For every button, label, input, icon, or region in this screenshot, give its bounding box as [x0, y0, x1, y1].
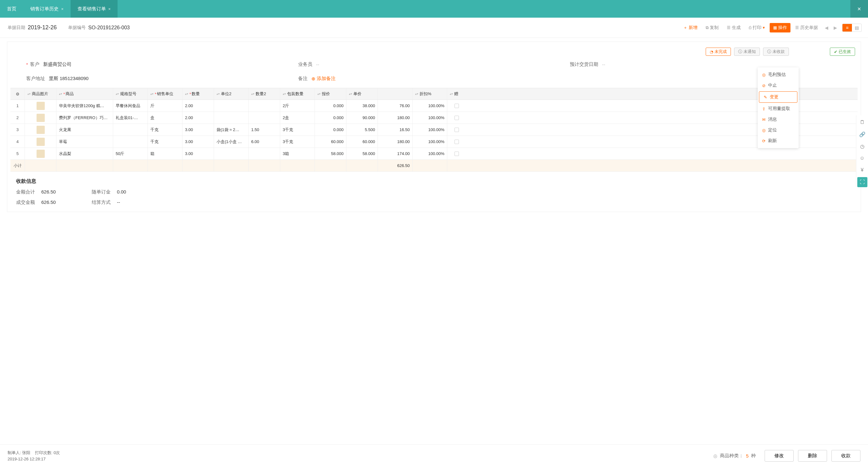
field-delivery-date: 预计交货日期-- — [570, 61, 842, 67]
collect-button[interactable]: 收款 — [831, 450, 861, 462]
rail-note-icon[interactable]: 🗒 — [857, 117, 867, 127]
status-row: ◔未完成 ⓘ未通知 ⓘ未收款 ✔已生效 — [7, 42, 861, 58]
edit-button[interactable]: 修改 — [765, 450, 794, 462]
col-price[interactable]: ▴▾单价 — [346, 88, 378, 100]
col-settings[interactable]: ⚙ — [10, 88, 25, 100]
checkbox[interactable] — [455, 116, 459, 120]
rail-clock-icon[interactable]: ◷ — [857, 141, 867, 151]
print-icon: ⎙ — [749, 25, 751, 30]
table-row[interactable]: 5水晶梨50斤箱3.003箱58.00058.000174.00100.00% — [10, 148, 858, 160]
menu-message[interactable]: ✉消息 — [758, 114, 799, 125]
status-pending[interactable]: ◔未完成 — [706, 48, 731, 56]
product-thumb — [37, 138, 45, 146]
tab-home[interactable]: 首页 — [0, 0, 23, 18]
cell-product: 草莓 — [56, 136, 113, 148]
rail-user-icon[interactable]: ☺ — [857, 153, 867, 163]
cell-unit: 斤 — [148, 100, 183, 112]
status-active[interactable]: ✔已生效 — [830, 48, 855, 56]
cell-unit2 — [214, 148, 249, 159]
col-qty2[interactable]: ▴▾数量2 — [249, 88, 280, 100]
menu-locate[interactable]: ◎定位 — [758, 125, 799, 135]
view-list-button[interactable]: ≡ — [842, 24, 852, 32]
view-toggle: ≡ ▤ — [842, 24, 862, 32]
close-icon[interactable]: × — [61, 7, 64, 11]
cell-discount: 100.00% — [412, 136, 447, 148]
tab-view-order[interactable]: 查看销售订单× — [71, 0, 118, 18]
operations-button[interactable]: ▦操作 — [770, 23, 790, 32]
view-grid-button[interactable]: ▤ — [852, 24, 861, 32]
cell-quote: 0.000 — [315, 112, 346, 124]
col-discount[interactable]: ▴▾折扣% — [412, 88, 447, 100]
cell-product: 华美华夫软饼1200g 糕… — [56, 100, 113, 112]
new-button[interactable]: ＋新增 — [680, 23, 701, 32]
next-doc-button[interactable]: ▶ — [831, 24, 839, 32]
cell-pack: 2盒 — [280, 112, 315, 124]
close-icon[interactable]: × — [108, 7, 111, 11]
refresh-icon: ⟳ — [762, 138, 766, 144]
col-spec[interactable]: ▴▾规格型号 — [113, 88, 148, 100]
operations-menu: ◎毛利预估 ⊘中止 ✎变更 ⇪可用量提取 ✉消息 ◎定位 ⟳刷新 — [758, 67, 799, 148]
col-product[interactable]: ▴▾*商品 — [56, 88, 113, 100]
menu-refresh[interactable]: ⟳刷新 — [758, 135, 799, 146]
cell-product: 费列罗（FERRERO）巧… — [56, 112, 113, 124]
history-docs-button[interactable]: ☰历史单据 — [792, 23, 822, 32]
print-button[interactable]: ⎙打印▾ — [745, 23, 768, 32]
info-grid: *客户新盛商贸公司 业务员-- 预计交货日期-- 客户地址里斯 18512348… — [7, 58, 861, 86]
cell-gift — [447, 112, 466, 124]
col-pack[interactable]: ▴▾包装数量 — [280, 88, 315, 100]
cell-unit2: 袋(1袋 ≈ 2… — [214, 124, 249, 135]
table-row[interactable]: 1华美华夫软饼1200g 糕…早餐休闲食品斤2.002斤0.00038.0007… — [10, 100, 858, 112]
table-row[interactable]: 2费列罗（FERRERO）巧…礼盒装01-…盒2.002盒0.00090.000… — [10, 112, 858, 124]
message-icon: ✉ — [762, 117, 766, 122]
col-qty[interactable]: ▴▾*数量 — [183, 88, 214, 100]
cell-quote: 60.000 — [315, 136, 346, 148]
copy-button[interactable]: ⧉复制 — [702, 23, 722, 32]
checkbox[interactable] — [455, 104, 459, 108]
cell-gift — [447, 100, 466, 112]
cell-quote: 0.000 — [315, 100, 346, 112]
cell-image — [25, 100, 56, 112]
add-note-button[interactable]: ⊕添加备注 — [311, 75, 336, 82]
clock-icon: ◔ — [710, 50, 713, 54]
menu-profit[interactable]: ◎毛利预估 — [758, 69, 799, 80]
stop-icon: ⊘ — [762, 83, 766, 88]
col-gift[interactable]: ▴▾赠 — [447, 88, 466, 100]
cell-pack: 3箱 — [280, 148, 315, 159]
menu-availability[interactable]: ⇪可用量提取 — [758, 103, 799, 114]
menu-change[interactable]: ✎变更 — [759, 91, 797, 103]
checkbox[interactable] — [455, 152, 459, 156]
no-label: 单据编号 — [68, 25, 86, 31]
prev-doc-button[interactable]: ◀ — [823, 24, 830, 32]
chevron-down-icon: ▾ — [763, 25, 765, 30]
rail-expand-icon[interactable]: ⛶ — [857, 177, 867, 187]
col-amount[interactable] — [378, 88, 412, 100]
app-close-button[interactable]: × — [850, 0, 868, 18]
check-icon: ✔ — [834, 50, 837, 54]
col-unit2[interactable]: ▴▾单位2 — [214, 88, 249, 100]
row-number: 4 — [10, 136, 25, 148]
cell-discount: 100.00% — [412, 112, 447, 124]
checkbox[interactable] — [455, 139, 459, 144]
generate-button[interactable]: ☰生成 — [723, 23, 744, 32]
cell-spec: 礼盒装01-… — [113, 112, 148, 124]
delete-button[interactable]: 删除 — [798, 450, 827, 462]
tab-history[interactable]: 销售订单历史× — [23, 0, 71, 18]
table-row[interactable]: 4草莓千克3.00小盒(1小盒 …6.003千克60.00060.000180.… — [10, 136, 858, 148]
col-image[interactable]: ▴▾商品图片 — [25, 88, 56, 100]
order-card: ◔未完成 ⓘ未通知 ⓘ未收款 ✔已生效 *客户新盛商贸公司 业务员-- 预计交货… — [7, 41, 861, 212]
cell-product: 火龙果 — [56, 124, 113, 135]
cell-spec — [113, 124, 148, 135]
product-thumb — [37, 150, 45, 158]
col-unit[interactable]: ▴▾*销售单位 — [148, 88, 183, 100]
menu-stop[interactable]: ⊘中止 — [758, 80, 799, 91]
cell-unit: 千克 — [148, 136, 183, 148]
cell-price: 58.000 — [346, 148, 378, 159]
rail-money-icon[interactable]: ¥ — [857, 165, 867, 175]
status-nonotify[interactable]: ⓘ未通知 — [734, 48, 760, 56]
checkbox[interactable] — [455, 128, 459, 132]
status-unpaid[interactable]: ⓘ未收款 — [763, 48, 789, 56]
table-row[interactable]: 3火龙果千克3.00袋(1袋 ≈ 2…1.503千克0.0005.50016.5… — [10, 124, 858, 136]
col-quote[interactable]: ▴▾报价 — [315, 88, 346, 100]
row-number: 3 — [10, 124, 25, 135]
rail-link-icon[interactable]: 🔗 — [857, 129, 867, 139]
